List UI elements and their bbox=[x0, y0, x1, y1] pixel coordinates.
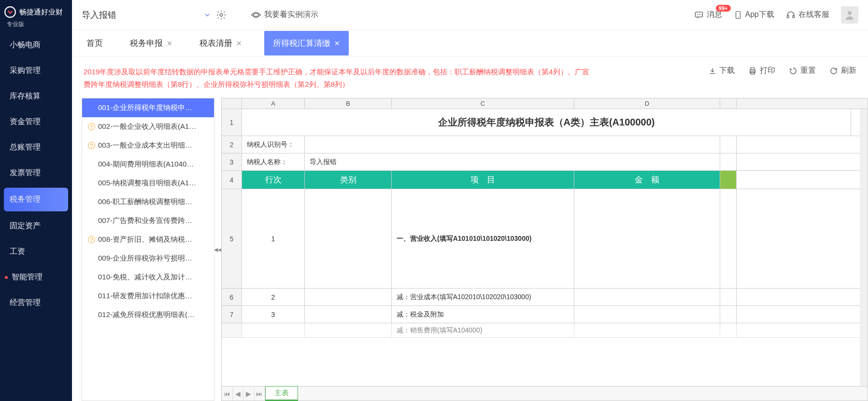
hdr-row[interactable]: 行次 bbox=[242, 171, 305, 189]
sidebar: 畅捷通好业财 专业版 小畅电商采购管理库存核算资金管理总账管理发票管理税务管理固… bbox=[0, 0, 72, 401]
chevron-down-icon bbox=[203, 11, 211, 19]
sheet-grid[interactable]: A B C D 1 企业所得税年度纳税申报表（A类）主表(A100000) bbox=[222, 98, 868, 386]
user-icon bbox=[844, 9, 855, 21]
collapse-handle[interactable]: ◀◀ bbox=[214, 98, 221, 401]
reset-button[interactable]: 重置 bbox=[789, 66, 816, 76]
tax-name-value[interactable]: 导入报错 bbox=[305, 153, 720, 170]
page-tabs: 首页税务申报✕税表清册✕所得税汇算清缴✕ bbox=[72, 30, 868, 57]
nav: 小畅电商采购管理库存核算资金管理总账管理发票管理税务管理固定资产工资智能管理经营… bbox=[0, 32, 72, 401]
org-selector[interactable]: 导入报错 bbox=[82, 9, 211, 21]
form-list-item[interactable]: 005-纳税调整项目明细表(A1… bbox=[82, 174, 214, 193]
help-icon: ? bbox=[88, 142, 95, 149]
refresh-button[interactable]: 刷新 bbox=[829, 66, 856, 76]
row-6: 6 2 减：营业成本(填写A102010\102020\103000) bbox=[222, 289, 868, 306]
col-header-e[interactable] bbox=[720, 98, 737, 109]
tab[interactable]: 所得税汇算清缴✕ bbox=[264, 31, 349, 55]
tax-id-value[interactable] bbox=[305, 136, 720, 153]
svg-point-9 bbox=[738, 17, 739, 18]
svg-rect-10 bbox=[787, 15, 789, 17]
sidebar-item[interactable]: 工资 bbox=[0, 239, 72, 264]
sheet-title[interactable]: 企业所得税年度纳税申报表（A类）主表(A100000) bbox=[242, 109, 851, 136]
svg-point-6 bbox=[699, 14, 700, 15]
org-title: 导入报错 bbox=[82, 9, 116, 21]
sidebar-item[interactable]: 税务管理 bbox=[4, 188, 68, 211]
col-header-c[interactable]: C bbox=[392, 98, 574, 109]
form-list-item[interactable]: 006-职工薪酬纳税调整明细… bbox=[82, 193, 214, 211]
sheet-tab[interactable]: 主表 bbox=[265, 386, 298, 401]
hdr-item[interactable]: 项 目 bbox=[392, 171, 574, 189]
col-header-b[interactable]: B bbox=[305, 98, 392, 109]
sheet-first-icon[interactable]: ⏮ bbox=[222, 387, 233, 401]
app-download-button[interactable]: App下载 bbox=[734, 10, 774, 20]
vertical-scrollbar[interactable] bbox=[860, 109, 868, 386]
hdr-type[interactable]: 类别 bbox=[305, 171, 392, 189]
svg-point-5 bbox=[697, 14, 698, 15]
avatar[interactable] bbox=[841, 6, 858, 24]
col-header-a[interactable]: A bbox=[242, 98, 305, 109]
sheet-last-icon[interactable]: ⏭ bbox=[255, 387, 266, 401]
form-list-item[interactable]: 001-企业所得税年度纳税申… bbox=[82, 98, 214, 117]
form-list-item[interactable]: 007-广告费和业务宣传费跨… bbox=[82, 211, 214, 230]
svg-point-0 bbox=[5, 7, 15, 17]
form-list-item[interactable]: ?008-资产折旧、摊销及纳税… bbox=[82, 230, 214, 249]
gear-icon[interactable] bbox=[216, 10, 227, 20]
planet-icon bbox=[251, 10, 261, 20]
reset-icon bbox=[789, 67, 797, 75]
demo-link[interactable]: 我要看实例演示 bbox=[251, 10, 318, 20]
col-header-d[interactable]: D bbox=[574, 98, 720, 109]
row-4: 4 行次 类别 项 目 金 额 bbox=[222, 171, 868, 189]
row-header[interactable]: 1 bbox=[222, 109, 242, 136]
svg-rect-11 bbox=[793, 15, 794, 17]
download-button[interactable]: 下载 bbox=[709, 66, 735, 76]
spreadsheet: A B C D 1 企业所得税年度纳税申报表（A类）主表(A100000) bbox=[221, 98, 868, 401]
sidebar-item[interactable]: 总账管理 bbox=[0, 135, 72, 160]
sidebar-item[interactable]: 固定资产 bbox=[0, 213, 72, 239]
topbar: 导入报错 我要看实例演示 消息 99+ bbox=[72, 0, 868, 30]
form-list-item[interactable]: ?003-一般企业成本支出明细… bbox=[82, 136, 214, 155]
tax-name-label[interactable]: 纳税人名称： bbox=[242, 153, 305, 170]
form-list-item[interactable]: 012-减免所得税优惠明细表(… bbox=[82, 305, 214, 324]
item-cell[interactable]: 一、营业收入(填写A101010\101020\103000) bbox=[392, 189, 574, 288]
rownum[interactable]: 1 bbox=[242, 189, 305, 288]
messages-button[interactable]: 消息 99+ bbox=[694, 10, 722, 20]
form-list-item[interactable]: 010-免税、减计收入及加计… bbox=[82, 268, 214, 287]
sheet-next-icon[interactable]: ▶ bbox=[243, 387, 255, 401]
svg-rect-14 bbox=[751, 68, 754, 70]
sidebar-item[interactable]: 智能管理 bbox=[0, 264, 72, 290]
form-list-item[interactable]: ?002-一般企业收入明细表(A1… bbox=[82, 117, 214, 136]
form-list[interactable]: 001-企业所得税年度纳税申…?002-一般企业收入明细表(A1…?003-一般… bbox=[82, 98, 214, 401]
hdr-amount[interactable]: 金 额 bbox=[574, 171, 720, 189]
sidebar-item[interactable]: 资金管理 bbox=[0, 109, 72, 135]
content: 001-企业所得税年度纳税申…?002-一般企业收入明细表(A1…?003-一般… bbox=[72, 95, 868, 401]
form-list-item[interactable]: 011-研发费用加计扣除优惠… bbox=[82, 287, 214, 305]
sidebar-item[interactable]: 经营管理 bbox=[0, 290, 72, 316]
form-list-item[interactable]: 009-企业所得税弥补亏损明… bbox=[82, 249, 214, 268]
close-icon[interactable]: ✕ bbox=[167, 40, 172, 47]
edition-label: 专业版 bbox=[0, 20, 72, 32]
sheet-prev-icon[interactable]: ◀ bbox=[233, 387, 244, 401]
refresh-icon bbox=[829, 67, 838, 75]
print-button[interactable]: 打印 bbox=[748, 66, 775, 76]
tab[interactable]: 首页 bbox=[82, 31, 108, 55]
svg-point-12 bbox=[848, 11, 852, 15]
close-icon[interactable]: ✕ bbox=[334, 40, 340, 47]
close-icon[interactable]: ✕ bbox=[236, 40, 242, 47]
sidebar-item[interactable]: 库存核算 bbox=[0, 83, 72, 109]
corner-cell[interactable] bbox=[222, 98, 242, 109]
brand-name: 畅捷通好业财 bbox=[19, 8, 63, 17]
tab[interactable]: 税务申报✕ bbox=[125, 31, 177, 55]
tax-id-label[interactable]: 纳税人识别号： bbox=[242, 136, 305, 153]
help-icon: ? bbox=[88, 123, 95, 130]
sheet-footer: ⏮ ◀ ▶ ⏭ 主表 bbox=[222, 386, 868, 401]
phone-icon bbox=[734, 10, 742, 20]
customer-service-button[interactable]: 在线客服 bbox=[786, 10, 829, 20]
sidebar-item[interactable]: 小畅电商 bbox=[0, 32, 72, 58]
row-2: 2 纳税人识别号： bbox=[222, 136, 868, 153]
form-list-item[interactable]: 004-期间费用明细表(A1040… bbox=[82, 155, 214, 174]
sheet-nav: ⏮ ◀ ▶ ⏭ bbox=[222, 387, 265, 401]
tab[interactable]: 税表清册✕ bbox=[195, 31, 247, 55]
svg-point-2 bbox=[254, 12, 259, 17]
sidebar-item[interactable]: 发票管理 bbox=[0, 160, 72, 186]
sidebar-item[interactable]: 采购管理 bbox=[0, 58, 72, 83]
hot-dot-icon bbox=[5, 276, 8, 279]
